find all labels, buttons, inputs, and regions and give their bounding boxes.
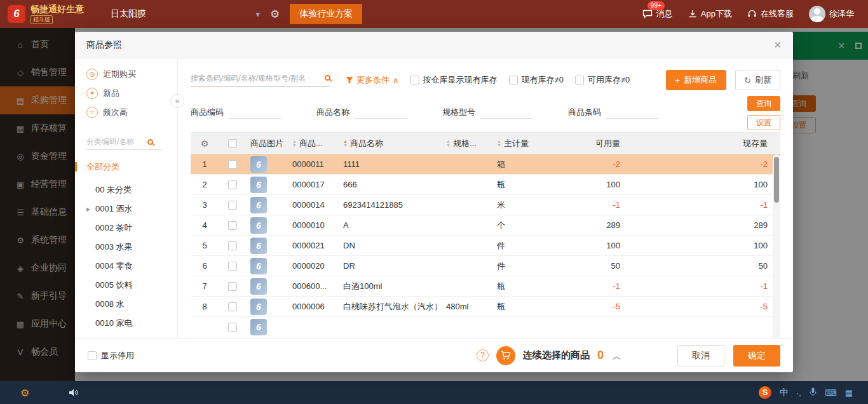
cancel-button[interactable]: 取消 xyxy=(677,345,724,367)
topbar-gear-icon[interactable]: ⚙ xyxy=(270,8,280,21)
table-row[interactable]: 2 6 0000017 666 瓶 100 100 xyxy=(191,175,780,195)
confirm-button[interactable]: 确定 xyxy=(733,345,780,367)
category-item[interactable]: 0003 水果 xyxy=(86,238,177,257)
app-download-button[interactable]: App下载 xyxy=(688,8,732,20)
row-checkbox[interactable] xyxy=(228,221,237,230)
show-disabled-checkbox[interactable]: 显示停用 xyxy=(88,350,134,361)
scrollbar-thumb[interactable] xyxy=(774,157,779,203)
category-item[interactable]: 0004 零食 xyxy=(86,257,177,276)
settings-button[interactable]: 设置 xyxy=(747,115,780,130)
column-product-code[interactable]: ▲▼商品... xyxy=(288,138,339,149)
column-unit[interactable]: ▲▼主计量 xyxy=(493,138,548,149)
product-image[interactable]: 6 xyxy=(250,258,267,274)
keyboard-icon[interactable]: ⌨ xyxy=(825,388,837,398)
table-row[interactable]: 6 6 0000020 DR 件 50 50 xyxy=(191,256,780,276)
category-item[interactable]: 0010 家电 xyxy=(86,314,177,333)
barcode-input[interactable] xyxy=(606,106,658,119)
table-row[interactable]: 3 6 0000014 6923414121885 米 -1 -1 xyxy=(191,195,780,215)
table-row[interactable]: 8 6 0000006 白桃味苏打气泡水（汽水） 480ml 瓶 -5 -5 xyxy=(191,297,780,317)
all-categories[interactable]: 全部分类 xyxy=(86,161,177,173)
table-row[interactable]: 7 6 000600... 白酒100ml 瓶 -1 -1 xyxy=(191,276,780,297)
search-icon[interactable] xyxy=(147,139,153,145)
taskbar-gear-icon[interactable]: ⚙ xyxy=(20,387,29,399)
refresh-button[interactable]: ↻ 刷新 xyxy=(735,70,780,90)
product-image[interactable]: 6 xyxy=(250,319,267,335)
checkbox[interactable] xyxy=(575,76,584,84)
product-unit: 件 xyxy=(493,260,548,272)
checkbox[interactable] xyxy=(410,76,419,84)
row-checkbox[interactable] xyxy=(228,323,237,332)
expand-icon[interactable]: ▶ xyxy=(86,206,90,212)
table-row[interactable]: 1 6 0000011 1111 箱 -2 -2 xyxy=(191,154,780,175)
column-settings-icon[interactable]: ⚙ xyxy=(191,138,219,149)
product-image[interactable]: 6 xyxy=(250,217,267,234)
product-image[interactable]: 6 xyxy=(250,156,267,173)
row-checkbox[interactable] xyxy=(228,241,237,250)
sort-icon[interactable]: ▲▼ xyxy=(497,140,501,147)
quick-link-frequent[interactable]: ☆ 频次高 xyxy=(86,103,177,122)
ime-punctuation-icon[interactable]: ·, xyxy=(796,388,801,398)
product-image[interactable]: 6 xyxy=(250,177,267,193)
checkbox-available-nonzero[interactable]: 可用库存≠0 xyxy=(575,74,630,86)
sort-icon[interactable]: ▲▼ xyxy=(292,140,297,147)
quick-link-recent[interactable]: ◷ 近期购买 xyxy=(86,65,177,84)
row-checkbox[interactable] xyxy=(228,160,237,169)
checkbox-warehouse-stock[interactable]: 按仓库显示现有库存 xyxy=(410,74,498,86)
row-checkbox[interactable] xyxy=(228,282,237,291)
product-name-input[interactable] xyxy=(355,106,407,119)
category-list: 00 未分类 ▶0001 酒水 0002 茶叶 0003 水果 0004 零食 … xyxy=(86,180,177,333)
product-search-input[interactable] xyxy=(191,74,325,83)
column-available[interactable]: 可用量 xyxy=(548,138,624,149)
quick-link-new[interactable]: ✦ 新品 xyxy=(86,84,177,103)
store-selector[interactable]: 日太阳膜 ▾ xyxy=(111,8,260,20)
product-code-input[interactable] xyxy=(229,106,281,119)
category-item[interactable]: 0002 茶叶 xyxy=(86,219,177,238)
dialog-close-icon[interactable]: ✕ xyxy=(773,39,782,51)
select-all-checkbox[interactable] xyxy=(228,139,237,148)
toolbox-grid-icon[interactable]: ▦ xyxy=(845,388,853,398)
table-row-partial[interactable]: 6 xyxy=(191,317,780,337)
column-spec[interactable]: ▲▼规格... xyxy=(442,138,493,149)
table-row[interactable]: 5 6 0000021 DN 件 100 100 xyxy=(191,236,780,256)
query-button[interactable]: 查询 xyxy=(747,96,780,111)
category-item[interactable]: 0008 水 xyxy=(86,295,177,314)
column-product-name[interactable]: ▲▼商品名称 xyxy=(339,138,442,149)
category-item[interactable]: 0005 饮料 xyxy=(86,276,177,295)
messages-button[interactable]: 99+ 消息 xyxy=(642,8,673,20)
ime-language-icon[interactable]: 中 xyxy=(780,387,788,398)
category-item[interactable]: 00 未分类 xyxy=(86,180,177,199)
row-checkbox[interactable] xyxy=(228,302,237,311)
sort-icon[interactable]: ▲▼ xyxy=(446,140,451,147)
microphone-icon[interactable] xyxy=(810,387,817,398)
product-unit: 箱 xyxy=(493,159,548,170)
help-icon[interactable]: ? xyxy=(477,349,489,361)
row-checkbox[interactable] xyxy=(228,201,237,210)
vertical-scrollbar[interactable] xyxy=(773,154,780,338)
column-stock[interactable]: 现存量 xyxy=(624,138,780,149)
row-checkbox[interactable] xyxy=(228,262,237,271)
product-image[interactable]: 6 xyxy=(250,197,267,213)
row-checkbox[interactable] xyxy=(228,180,237,189)
product-image[interactable]: 6 xyxy=(250,278,267,295)
sogou-logo-icon[interactable]: S xyxy=(759,386,771,399)
trial-plan-button[interactable]: 体验行业方案 xyxy=(290,4,362,24)
spec-model-input[interactable] xyxy=(480,106,532,119)
collapse-up-icon[interactable]: 《 xyxy=(610,351,621,360)
speaker-icon[interactable] xyxy=(69,388,79,397)
category-search-input[interactable] xyxy=(86,137,147,146)
product-image[interactable]: 6 xyxy=(250,299,267,315)
product-image[interactable]: 6 xyxy=(250,238,267,254)
user-menu[interactable]: 徐泽华 xyxy=(809,6,854,22)
table-row[interactable]: 4 6 0000010 A 个 289 289 xyxy=(191,215,780,236)
checkbox[interactable] xyxy=(88,351,97,360)
search-icon[interactable] xyxy=(325,75,330,81)
checkbox-stock-nonzero[interactable]: 现有库存≠0 xyxy=(509,74,564,86)
sort-icon[interactable]: ▲▼ xyxy=(343,140,348,147)
checkbox[interactable] xyxy=(509,76,518,84)
online-service-button[interactable]: 在线客服 xyxy=(747,8,794,20)
add-product-button[interactable]: + 新增商品 xyxy=(666,70,727,90)
cart-icon[interactable] xyxy=(496,346,515,365)
collapse-panel-button[interactable]: « xyxy=(170,94,184,108)
category-item[interactable]: ▶0001 酒水 xyxy=(86,199,177,219)
more-filters-toggle[interactable]: 更多条件 ∧ xyxy=(346,74,399,86)
